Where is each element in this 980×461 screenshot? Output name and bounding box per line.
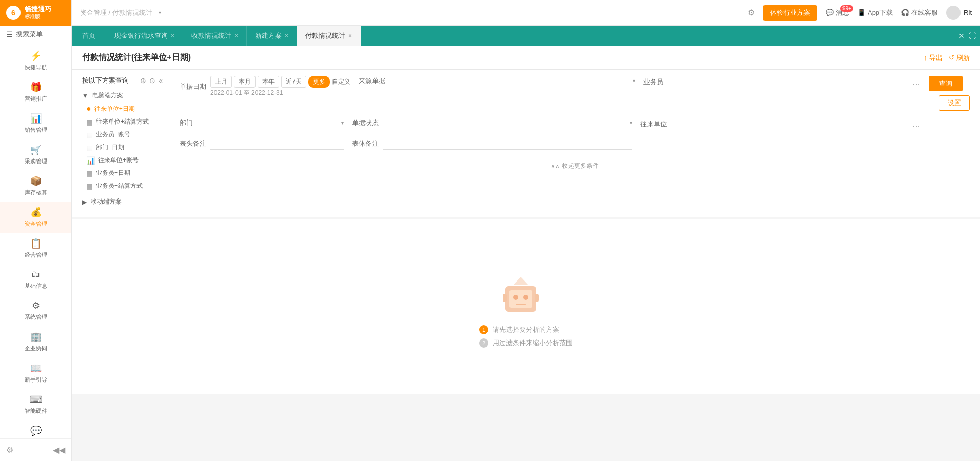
sidebar-item-quick-nav[interactable]: ⚡ 快捷导航 [0, 45, 71, 76]
scheme-header-label: 按以下方案查询 [82, 76, 129, 85]
scheme-item-staff-account[interactable]: ▦ 业务员+账号 [82, 128, 163, 141]
tab-expand-icon[interactable]: ⛶ [969, 32, 976, 40]
refresh-label: 刷新 [956, 53, 970, 63]
sidebar-item-hardware[interactable]: ⌨ 智能硬件 [0, 389, 71, 420]
scheme-item-staff-settlement[interactable]: ▦ 业务员+结算方式 [82, 179, 163, 192]
scheme-add-button[interactable]: ⊕ [140, 76, 146, 85]
tab-cash-flow-close[interactable]: × [171, 32, 174, 39]
scheme-item-icon-unit-account: 📊 [86, 156, 95, 165]
sidebar-item-sales[interactable]: 📊 销售管理 [0, 108, 71, 139]
sidebar-item-operation[interactable]: 📋 经营管理 [0, 233, 71, 264]
sidebar-item-guide[interactable]: 📖 新手引导 [0, 357, 71, 389]
logo-sub: 标准版 [25, 13, 51, 21]
scheme-group-desktop-title[interactable]: ▼ 电脑端方案 [82, 89, 163, 102]
scheme-collapse-button[interactable]: « [159, 76, 163, 85]
query-button[interactable]: 查询 [929, 76, 963, 91]
sidebar-item-finance[interactable]: 💰 资金管理 [0, 202, 71, 233]
refresh-button[interactable]: ↺ 刷新 [949, 53, 970, 63]
scheme-item-dept-date[interactable]: ▦ 部门+日期 [82, 141, 163, 154]
quick-nav-icon: ⚡ [30, 50, 42, 62]
sidebar-search-label: 搜索菜单 [16, 30, 43, 39]
purchase-icon: 🛒 [30, 144, 42, 155]
filter-row-3: 表头备注 表体备注 [180, 137, 970, 150]
source-select-arrow-icon: ▾ [633, 78, 635, 84]
sidebar-item-system[interactable]: ⚙ 系统管理 [0, 295, 71, 326]
message-icon: 💬 [826, 9, 834, 16]
filter-header-note-input[interactable] [210, 137, 344, 150]
sidebar-item-purchase[interactable]: 🛒 采购管理 [0, 139, 71, 170]
sidebar-item-wechat[interactable]: 💬 企业微信 [0, 420, 71, 438]
tab-payment-stats-close[interactable]: × [348, 32, 352, 39]
topbar-right: 💬 消息 99+ 📱 App下载 🎧 在线客服 Rit [826, 6, 972, 20]
tab-receipt-stats-close[interactable]: × [234, 32, 238, 39]
filter-field-source: 来源单据 ▾ [359, 76, 636, 86]
scheme-item-label-staff-date: 业务员+日期 [96, 169, 130, 177]
date-btn-more[interactable]: 更多 [308, 76, 330, 88]
sidebar-item-inventory[interactable]: 📦 库存核算 [0, 170, 71, 202]
tab-new-scheme[interactable]: 新建方案 × [247, 26, 297, 46]
scheme-item-unit-date[interactable]: ● 往来单位+日期 [82, 102, 163, 115]
sidebar-item-enterprise[interactable]: 🏢 企业协同 [0, 326, 71, 357]
scheme-settings-button[interactable]: ⊙ [149, 76, 155, 85]
filter-actions-col: 查询 设置 [929, 76, 970, 111]
tab-close-all-icon[interactable]: ✕ [958, 32, 965, 40]
topbar-user[interactable]: Rit [946, 6, 972, 20]
filter-dept-select[interactable]: ▾ [209, 118, 344, 128]
filter-field-unit: 往来单位 … [640, 118, 920, 130]
marketing-icon: 🎁 [30, 82, 42, 93]
message-badge: 99+ [840, 5, 853, 12]
scheme-group-mobile-title[interactable]: ▶ 移动端方案 [82, 195, 163, 208]
scheme-item-icon-staff-date: ▦ [86, 169, 93, 177]
filter-source-select[interactable]: ▾ [389, 76, 636, 86]
sidebar-item-label-hardware: 智能硬件 [25, 407, 47, 415]
logo-title: 畅捷通巧 [25, 5, 51, 13]
scheme-item-label-dept-date: 部门+日期 [96, 143, 124, 152]
trial-button[interactable]: 体验行业方案 [763, 5, 817, 21]
tab-new-scheme-close[interactable]: × [285, 32, 288, 39]
tab-home-label: 首页 [82, 31, 95, 41]
sidebar-item-label-operation: 经营管理 [25, 251, 47, 259]
date-btn-this-month[interactable]: 本月 [234, 76, 256, 88]
settings-button[interactable]: 设置 [939, 95, 970, 111]
sidebar-item-label-purchase: 采购管理 [25, 157, 47, 165]
sidebar-item-marketing[interactable]: 🎁 营销推广 [0, 76, 71, 108]
sidebar-item-basic[interactable]: 🗂 基础信息 [0, 264, 71, 295]
svg-rect-6 [535, 294, 539, 302]
system-icon: ⚙ [32, 300, 40, 311]
basic-icon: 🗂 [31, 269, 41, 280]
tab-home[interactable]: 首页 [72, 26, 106, 46]
sidebar-footer-settings[interactable]: ⚙ [6, 445, 13, 455]
sidebar-footer-collapse[interactable]: ◀◀ [53, 445, 65, 455]
filter-doc-status-select[interactable]: ▾ [383, 118, 632, 128]
filter-body: 按以下方案查询 ⊕ ⊙ « ▼ 电脑端方案 [72, 70, 980, 217]
scheme-item-unit-account[interactable]: 📊 往来单位+账号 [82, 154, 163, 167]
topbar-app-download[interactable]: 📱 App下载 [857, 8, 893, 17]
tab-payment-stats[interactable]: 付款情况统计 × [297, 26, 361, 46]
tab-cash-flow[interactable]: 现金银行流水查询 × [106, 26, 183, 46]
topbar-service[interactable]: 🎧 在线客服 [901, 8, 938, 17]
filter-staff-ellipsis[interactable]: … [912, 77, 920, 87]
topbar-gear-icon[interactable]: ⚙ [748, 8, 755, 17]
filter-staff-label: 业务员 [643, 77, 669, 87]
sidebar-nav: ⚡ 快捷导航 🎁 营销推广 📊 销售管理 🛒 采购管理 📦 库存核算 💰 资金管… [0, 43, 71, 438]
date-btn-last-7-days[interactable]: 近7天 [281, 76, 306, 88]
sidebar-search-item[interactable]: ☰ 搜索菜单 [0, 26, 71, 43]
filter-unit-ellipsis[interactable]: … [912, 119, 920, 129]
scheme-group-mobile-label: 移动端方案 [91, 197, 122, 206]
date-btn-this-year[interactable]: 本年 [258, 76, 279, 88]
scheme-item-unit-settlement[interactable]: ▦ 往来单位+结算方式 [82, 115, 163, 128]
service-label: 在线客服 [911, 8, 938, 17]
filter-body-note-input[interactable] [383, 137, 632, 150]
export-button[interactable]: ↑ 导出 [924, 53, 943, 63]
collapse-bar[interactable]: ∧∧ 收起更多条件 [180, 157, 970, 174]
topbar-select[interactable]: ▾ [156, 10, 161, 15]
page-title: 付款情况统计(往来单位+日期) [82, 52, 191, 63]
date-btn-last-month[interactable]: 上月 [210, 76, 232, 88]
date-custom-label[interactable]: 自定义 [332, 77, 350, 86]
filter-staff-input[interactable] [673, 76, 904, 88]
topbar-message[interactable]: 💬 消息 99+ [826, 8, 849, 17]
filter-unit-input[interactable] [671, 118, 904, 130]
tab-receipt-stats[interactable]: 收款情况统计 × [183, 26, 247, 46]
app-label: App下载 [868, 8, 893, 17]
scheme-item-staff-date[interactable]: ▦ 业务员+日期 [82, 167, 163, 179]
